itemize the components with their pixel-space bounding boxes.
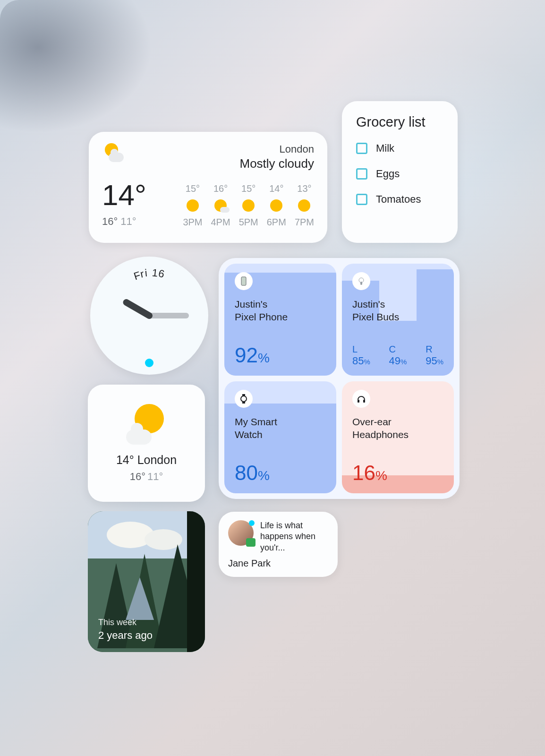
checkbox[interactable] [356,194,367,205]
svg-point-11 [145,529,182,550]
clock-widget[interactable]: Fri 16 [90,257,208,375]
battery-tile[interactable]: Over-earHeadphones 16% [342,381,454,493]
svg-rect-6 [358,400,359,403]
weather-icon [102,143,123,164]
svg-rect-5 [242,402,245,404]
grocery-list-widget[interactable]: Grocery list Milk Eggs Tomatoes [342,101,458,243]
svg-point-3 [241,396,247,402]
photo-memories-widget[interactable]: This week 2 years ago [88,511,205,652]
weather-city: London [240,143,315,155]
contact-message: Life is what happens when you'r... [260,520,328,553]
watch-icon [235,390,253,408]
battery-tile[interactable]: My SmartWatch 80% [224,381,336,493]
battery-percentage: 80% [235,461,326,485]
battery-widget[interactable]: Justin'sPixel Phone 92% Justin'sPixel Bu… [219,258,460,499]
headphones-icon [352,390,370,408]
avatar [228,520,254,546]
hour-temp: 13° [297,183,311,194]
weather-condition: Mostly cloudy [240,156,315,171]
clock-date: Fri 16 [133,267,165,279]
grocery-item[interactable]: Milk [356,142,443,155]
clock-indicator-dot [145,359,153,367]
forecast-hour: 13° 7PM [295,183,314,228]
weather-widget-wide[interactable]: London Mostly cloudy 14° 16°11° 15° 3PM1… [89,132,327,243]
svg-rect-0 [241,277,246,285]
high-low-temp: 16°11° [130,471,163,483]
grocery-label: Milk [376,142,394,155]
grocery-label: Eggs [376,168,400,180]
hour-temp: 15° [241,183,255,194]
earbuds-icon [352,272,370,290]
device-name: My SmartWatch [235,415,326,441]
sun-icon [213,198,228,213]
sun-icon [185,198,200,213]
buds-battery-row: L85% C49% R95% [352,344,443,367]
battery-tile[interactable]: Justin'sPixel Buds L85% C49% R95% [342,264,454,376]
phone-icon [235,272,253,290]
minute-hand [146,313,189,318]
battery-percentage: 92% [235,344,326,367]
weather-widget-small[interactable]: 14° London 16°11° [88,385,205,502]
device-name: Over-earHeadphones [352,415,443,441]
forecast-hour: 15° 5PM [239,183,258,228]
hour-time: 6PM [267,217,286,228]
status-dot-icon [249,520,255,526]
photo-title: 2 years ago [98,629,153,642]
svg-rect-15 [187,511,205,652]
forecast-hour: 16° 4PM [211,183,230,228]
forecast-hour: 15° 3PM [183,183,202,228]
contact-name: Jane Park [228,558,328,569]
weather-location: London Mostly cloudy [240,143,315,171]
checkbox[interactable] [356,143,367,154]
device-name: Justin'sPixel Phone [235,298,326,324]
sun-icon [269,198,284,213]
contact-widget[interactable]: Life is what happens when you'r... Jane … [219,512,338,577]
sun-icon [241,198,256,213]
current-temperature: 14° [102,180,146,210]
checkbox[interactable] [356,168,367,180]
weather-icon [125,404,168,447]
hour-temp: 16° [213,183,228,194]
svg-rect-4 [242,394,245,396]
grocery-item[interactable]: Tomatoes [356,193,443,206]
hour-time: 3PM [183,217,202,228]
grocery-item[interactable]: Eggs [356,168,443,180]
photo-subtitle: This week [98,618,153,627]
battery-tile[interactable]: Justin'sPixel Phone 92% [224,264,336,376]
hour-temp: 14° [269,183,283,194]
message-badge-icon [246,538,255,547]
hour-temp: 15° [186,183,200,194]
grocery-title: Grocery list [356,114,443,130]
device-name: Justin'sPixel Buds [352,298,443,324]
hour-hand [122,298,154,320]
high-low-temp: 16°11° [102,215,146,228]
sun-icon [297,198,312,213]
svg-rect-7 [363,400,365,403]
grocery-label: Tomatoes [376,193,421,206]
hourly-forecast: 15° 3PM16° 4PM15° 5PM14° 6PM13° 7PM [183,183,314,228]
battery-percentage: 16% [352,461,443,485]
hour-time: 4PM [211,217,230,228]
hour-time: 7PM [295,217,314,228]
hour-time: 5PM [239,217,258,228]
weather-summary: 14° London [116,453,177,467]
svg-rect-2 [360,282,362,285]
forecast-hour: 14° 6PM [267,183,286,228]
